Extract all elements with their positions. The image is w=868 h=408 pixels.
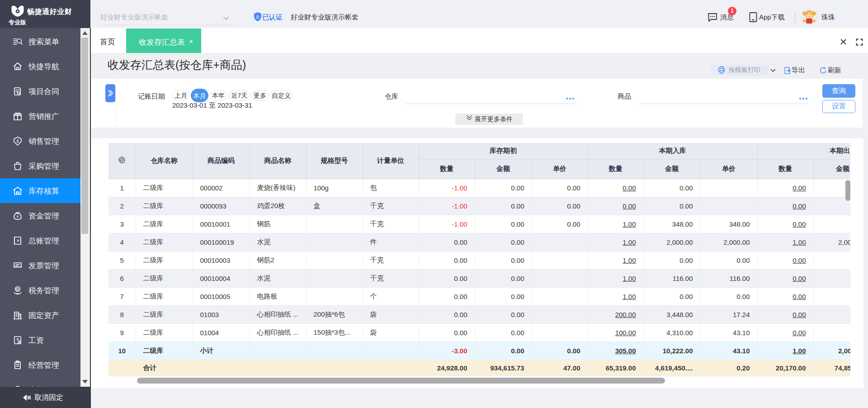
- svg-text:企: 企: [256, 14, 260, 19]
- svg-text:税: 税: [15, 287, 19, 291]
- svg-text:¥: ¥: [16, 214, 19, 218]
- svg-text:$: $: [16, 139, 19, 143]
- svg-text:¥: ¥: [16, 238, 19, 243]
